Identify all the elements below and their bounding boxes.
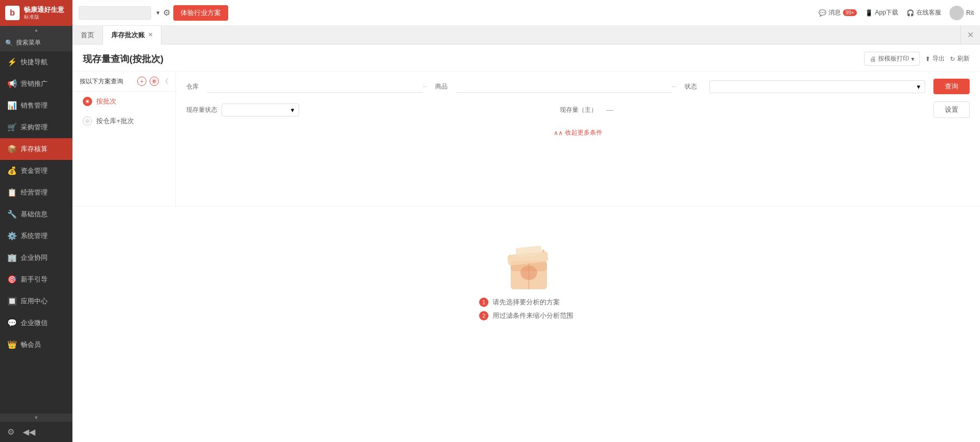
- tab-home[interactable]: 首页: [72, 26, 103, 45]
- filter-item-by-warehouse-batch[interactable]: 按仓库+批次: [72, 111, 175, 131]
- svg-point-0: [153, 80, 155, 82]
- warehouse-label: 仓库: [186, 82, 207, 91]
- sidebar-item-operations[interactable]: 📋 经营管理: [0, 182, 72, 203]
- product-more-icon[interactable]: ···: [672, 84, 676, 90]
- inactive-scheme-dot: [83, 116, 92, 126]
- sidebar-item-label: 企业微信: [21, 318, 48, 328]
- tab-home-label: 首页: [81, 31, 94, 40]
- settings-outline-icon: [85, 119, 90, 124]
- sidebar-scroll-up[interactable]: ▲: [0, 26, 72, 34]
- topbar-dropdown-icon[interactable]: ▾: [156, 9, 160, 17]
- sales-icon: 📊: [7, 101, 17, 110]
- message-action[interactable]: 💬 消息 99+: [819, 8, 857, 17]
- settings-gear-icon[interactable]: ⚙: [7, 427, 14, 437]
- step-2-num: 2: [479, 311, 488, 320]
- template-print-button[interactable]: 🖨 按模板打印 ▾: [864, 52, 920, 66]
- filter-item-by-warehouse-batch-label: 按仓库+批次: [96, 116, 134, 126]
- settings-button[interactable]: 设置: [933, 101, 970, 118]
- sidebar-item-label: 经营管理: [21, 188, 48, 197]
- tab-close-icon[interactable]: ✕: [148, 32, 153, 38]
- finance-icon: 💰: [7, 166, 17, 175]
- sidebar-item-label: 应用中心: [21, 297, 48, 306]
- empty-state: ✦ ✦ 1 请先选择要分析的方案 2 用过滤条件来缩小分析范围: [72, 207, 980, 345]
- sidebar-item-system[interactable]: ⚙️ 系统管理: [0, 225, 72, 247]
- collapse-left-icon[interactable]: 《: [162, 77, 168, 86]
- warehouse-field: 仓库 ···: [186, 81, 427, 93]
- topbar-search-box: [79, 6, 151, 20]
- wechat-icon: 💬: [7, 318, 17, 328]
- add-scheme-button[interactable]: +: [137, 77, 146, 86]
- scheme-settings-button[interactable]: [150, 77, 159, 86]
- inventory-main-label: 现存量（主）: [560, 106, 597, 114]
- refresh-button[interactable]: ↻ 刷新: [950, 54, 970, 63]
- phone-icon: 📱: [865, 9, 873, 17]
- filter-item-by-batch[interactable]: 按批次: [72, 92, 175, 111]
- status-select[interactable]: ▾: [709, 80, 925, 93]
- topbar-left: ▾ ⚙ 体验行业方案: [79, 5, 814, 21]
- product-input[interactable]: [456, 81, 672, 93]
- svg-point-2: [86, 100, 88, 102]
- sidebar-item-inventory[interactable]: 📦 库存核算: [0, 138, 72, 160]
- basic-icon: 🔧: [7, 210, 17, 219]
- warehouse-input[interactable]: [207, 81, 423, 93]
- tabs-close-all-button[interactable]: ✕: [960, 26, 980, 45]
- sidebar-item-purchase[interactable]: 🛒 采购管理: [0, 116, 72, 138]
- sidebar-item-basic[interactable]: 🔧 基础信息: [0, 203, 72, 225]
- query-button[interactable]: 查询: [933, 79, 970, 94]
- inventory-status-caret-icon: ▾: [291, 106, 294, 114]
- active-scheme-dot: [83, 97, 92, 106]
- product-label: 商品: [435, 82, 456, 91]
- sidebar-item-finance[interactable]: 💰 资金管理: [0, 160, 72, 182]
- sidebar-item-quicknav[interactable]: ⚡ 快捷导航: [0, 51, 72, 73]
- sidebar-item-label: 畅会员: [21, 340, 41, 349]
- newuser-icon: 🎯: [7, 275, 17, 284]
- online-service-action[interactable]: 🎧 在线客服: [907, 8, 941, 17]
- trial-button[interactable]: 体验行业方案: [173, 5, 228, 21]
- sidebar-item-label: 系统管理: [21, 231, 48, 241]
- sidebar-item-vip[interactable]: 👑 畅会员: [0, 334, 72, 356]
- sidebar-search-item[interactable]: 🔍 搜索菜单: [0, 34, 72, 51]
- sidebar-item-label: 企业协同: [21, 253, 48, 262]
- tab-inventory-batch[interactable]: 库存批次账 ✕: [103, 26, 161, 45]
- collapse-more-button[interactable]: ∧∧ 收起更多条件: [186, 123, 970, 142]
- step-1-text: 请先选择要分析的方案: [493, 298, 560, 307]
- inventory-separator: —: [601, 106, 618, 114]
- marketing-icon: 📢: [7, 79, 17, 89]
- sidebar: b 畅康通好生意 标准版 ▲ 🔍 搜索菜单 ⚡ 快捷导航 📢 营销推广 📊 销售…: [0, 0, 72, 442]
- empty-box-svg: ✦ ✦: [500, 238, 557, 294]
- sidebar-item-wechat[interactable]: 💬 企业微信: [0, 312, 72, 334]
- page-content: 现存量查询(按批次) 🖨 按模板打印 ▾ ⬆ 导出 ↻ 刷新: [72, 45, 980, 442]
- filter-left-actions: + 《: [137, 77, 168, 86]
- app-title-block: 畅康通好生意 标准版: [24, 6, 64, 20]
- sidebar-item-sales[interactable]: 📊 销售管理: [0, 95, 72, 116]
- inventory-status-select[interactable]: ▾: [221, 104, 299, 116]
- empty-step-2: 2 用过滤条件来缩小分析范围: [479, 311, 573, 320]
- app-name: 畅康通好生意: [24, 6, 64, 14]
- page-header-actions: 🖨 按模板打印 ▾ ⬆ 导出 ↻ 刷新: [864, 52, 970, 66]
- filter-row-1: 仓库 ··· 商品 ··· 状态: [186, 79, 970, 94]
- sidebar-item-appcenter[interactable]: 🔲 应用中心: [0, 290, 72, 312]
- sidebar-item-newuser[interactable]: 🎯 新手引导: [0, 269, 72, 290]
- collapse-icon: ∧∧: [554, 129, 563, 137]
- sidebar-item-label: 资金管理: [21, 166, 48, 175]
- warehouse-more-icon[interactable]: ···: [423, 84, 427, 90]
- filter-left-header: 按以下方案查询 + 《: [72, 71, 175, 92]
- topbar-right: 💬 消息 99+ 📱 App下载 🎧 在线客服 Rit: [819, 6, 974, 20]
- sidebar-scroll-down[interactable]: ▼: [0, 414, 72, 422]
- export-button[interactable]: ⬆ 导出: [925, 54, 945, 63]
- step-2-text: 用过滤条件来缩小分析范围: [493, 311, 573, 320]
- sidebar-item-label: 基础信息: [21, 210, 48, 219]
- dropdown-arrow-icon: ▾: [911, 55, 914, 63]
- app-edition: 标准版: [24, 14, 64, 20]
- search-icon: 🔍: [5, 39, 13, 47]
- app-download-action[interactable]: 📱 App下载: [865, 8, 898, 17]
- system-icon: ⚙️: [7, 231, 17, 241]
- sidebar-collapse-icon[interactable]: ◀◀: [23, 427, 35, 437]
- user-avatar-action[interactable]: Rit: [949, 6, 974, 20]
- topbar-settings-icon[interactable]: ⚙: [163, 8, 170, 18]
- headset-icon: 🎧: [907, 9, 914, 17]
- sidebar-item-marketing[interactable]: 📢 营销推广: [0, 73, 72, 95]
- message-icon: 💬: [819, 9, 826, 17]
- message-label: 消息: [828, 8, 841, 17]
- sidebar-item-enterprise[interactable]: 🏢 企业协同: [0, 247, 72, 269]
